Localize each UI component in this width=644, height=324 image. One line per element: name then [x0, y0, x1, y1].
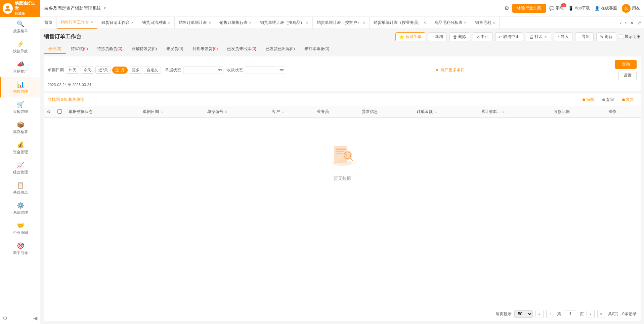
settings-icon[interactable]: ⚙ — [3, 315, 7, 321]
query-btn[interactable]: 查询 — [615, 60, 637, 69]
tab-close-sales-profit[interactable]: ✕ — [492, 21, 495, 25]
page-input[interactable] — [564, 311, 577, 317]
refresh-btn[interactable]: ↻ 刷新 — [596, 32, 616, 41]
stop-btn[interactable]: ⊘ 中止 — [473, 32, 492, 41]
import-btn[interactable]: ↑ 导入 — [554, 32, 572, 41]
tab-close-product-margin-stats[interactable]: ✕ — [464, 21, 467, 25]
show-detail-checkbox[interactable] — [619, 35, 623, 39]
next-page-btn[interactable]: › — [587, 310, 595, 318]
tab-close-sales-order-exec[interactable]: ✕ — [249, 21, 252, 25]
tab-close-sales-order-workbench[interactable]: ✕ — [90, 21, 93, 24]
prev-page-btn[interactable]: ‹ — [546, 310, 554, 318]
filter-payment-select[interactable] — [245, 67, 285, 74]
sidebar-item-basic-info[interactable]: 📋 基础信息 — [0, 178, 40, 198]
tabs-prev-btn[interactable]: ‹ — [619, 19, 623, 26]
tab-cash-daily-workbench[interactable]: 钱货日清工作台✕ — [97, 17, 138, 29]
sub-tab-all[interactable]: 全部(0) — [44, 45, 66, 54]
tab-close-cash-goods-reconcile[interactable]: ✕ — [168, 21, 170, 25]
tab-sales-profit[interactable]: 销售毛利✕ — [471, 17, 500, 29]
tab-close-sales-stats-product[interactable]: ✕ — [306, 21, 308, 25]
sub-tab-overdue-not-shipped[interactable]: 到期未发货(0) — [188, 45, 222, 54]
export-btn[interactable]: ↓ 导出 — [575, 32, 594, 41]
sub-tab-not-printed[interactable]: 未打印单据(0) — [300, 45, 334, 54]
collapse-icon[interactable]: ◀ — [33, 315, 37, 321]
cancel-stop-btn[interactable]: ↩ 取消中止 — [495, 32, 523, 41]
th-amount[interactable]: 订单金额 — [413, 106, 478, 118]
filter-status-select[interactable] — [183, 67, 223, 74]
sub-tab-shipped-out[interactable]: 已发货已出库(0) — [261, 45, 300, 54]
tab-product-margin-stats[interactable]: 商品毛利分析表✕ — [430, 17, 471, 29]
tab-close-sales-order-stats[interactable]: ✕ — [208, 21, 211, 25]
select-all-checkbox[interactable] — [57, 109, 62, 114]
review-btn[interactable]: 审核 — [580, 96, 597, 103]
sidebar-item-guide[interactable]: 🎯 新手引导 — [0, 239, 40, 259]
sidebar-item-inventory[interactable]: 📦 库存核算 — [0, 118, 40, 138]
tab-close-all-btn[interactable]: ✕ — [629, 19, 635, 26]
date-btn-今天[interactable]: 今天 — [81, 67, 94, 74]
th-customer[interactable]: 客户 — [268, 106, 313, 118]
th-date[interactable]: 单据日期 — [139, 106, 204, 118]
sidebar-item-marketing[interactable]: 📣 营销推广 — [0, 57, 40, 77]
sub-tab-wangpu-pending-ship[interactable]: 旺铺待发货(0) — [127, 45, 162, 54]
first-page-btn[interactable]: « — [535, 310, 544, 318]
th-collected[interactable]: 累计收款... — [478, 106, 550, 118]
add-btn[interactable]: + 新增 — [428, 32, 447, 41]
date-btn-自定义[interactable]: 自定义 — [144, 67, 161, 74]
sub-tab-not-shipped[interactable]: 未发货(0) — [162, 45, 188, 54]
sidebar-item-finance[interactable]: 💰 资金管理 — [0, 138, 40, 158]
sidebar-item-search[interactable]: 🔍 搜索菜单 — [0, 17, 40, 37]
sidebar-item-operations[interactable]: 📈 经营管理 — [0, 158, 40, 178]
smart-btn[interactable]: ⭐ 智能生单 — [395, 32, 425, 41]
sub-tab-pending-review[interactable]: 待审核(0) — [66, 45, 93, 54]
quick-nav-icon: ⚡ — [17, 40, 24, 48]
sub-tab-shipped-not-out[interactable]: 已发货未出库(0) — [222, 45, 261, 54]
tab-close-sales-stats-staff[interactable]: ✕ — [423, 21, 426, 25]
sub-tab-label-not-printed: 未打印单据(0) — [304, 46, 330, 51]
user-item[interactable]: 友 用友 — [622, 4, 640, 13]
sidebar-item-quick-nav[interactable]: ⚡ 快捷导航 — [0, 37, 40, 57]
message-icon: 💬 — [549, 6, 554, 11]
refresh-icon: ↻ — [600, 35, 603, 39]
unreview-btn[interactable]: 弃审 — [600, 96, 617, 103]
tab-sales-order-workbench[interactable]: 销售订单工作台✕ — [57, 17, 97, 29]
date-btn-更多[interactable]: 更多 — [129, 67, 142, 74]
ship-btn[interactable]: 发货 — [619, 96, 637, 103]
system-dropdown-icon[interactable]: ▼ — [103, 6, 106, 10]
sub-tab-pending-inspect[interactable]: 待拣货验货(0) — [92, 45, 127, 54]
tabs-next-btn[interactable]: › — [624, 19, 628, 26]
topbar-settings-icon[interactable]: ⚙ — [504, 5, 509, 11]
app-download-item[interactable]: 📱 App下载 — [568, 5, 590, 11]
sidebar-item-purchase[interactable]: 🛒 采购管理 — [0, 97, 40, 118]
date-btn-近7天[interactable]: 近7天 — [95, 67, 111, 74]
per-page-select[interactable]: 50 20 100 — [514, 310, 533, 318]
industry-btn[interactable]: 体验行业方案 — [512, 4, 546, 13]
tab-sales-stats-staff[interactable]: 销货单统计表（按业务员）✕ — [370, 17, 430, 29]
tab-sales-order-exec[interactable]: 销售订单执行表✕ — [215, 17, 256, 29]
sidebar-item-enterprise[interactable]: 🤝 企业协同 — [0, 218, 40, 239]
delete-btn[interactable]: 🗑 删除 — [449, 32, 470, 41]
tab-close-cash-daily-workbench[interactable]: ✕ — [131, 21, 134, 25]
svg-rect-3 — [336, 149, 346, 150]
tab-cash-goods-reconcile[interactable]: 钱货日清对账✕ — [138, 17, 175, 29]
tab-home[interactable]: 首页 — [40, 17, 57, 29]
th-check[interactable] — [54, 106, 65, 118]
date-btn-近1月[interactable]: 近1月 — [112, 67, 128, 74]
last-page-btn[interactable]: » — [597, 310, 605, 318]
online-service-item[interactable]: 👤 在线客服 — [595, 5, 617, 11]
filter-card: 单据日期 昨天今天近7天近1月更多自定义 单据状态 ▼ 收款状态 — [44, 56, 641, 91]
th-settings[interactable]: ⚙ — [44, 106, 54, 118]
sidebar-item-sales[interactable]: 📊 销售管理 — [0, 77, 40, 97]
th-number[interactable]: 单据编号 — [204, 106, 268, 118]
tab-sales-stats-customer[interactable]: 销货单统计表（按客户）✕ — [313, 17, 370, 29]
tab-maximize-btn[interactable]: ⤢ — [636, 19, 643, 26]
sidebar-item-system[interactable]: ⚙️ 系统管理 — [0, 198, 40, 218]
tab-sales-order-stats[interactable]: 销售订单统计表✕ — [175, 17, 215, 29]
date-btn-昨天[interactable]: 昨天 — [66, 67, 79, 74]
print-btn[interactable]: 🖨 打印 ▼ — [526, 32, 551, 41]
message-item[interactable]: 💬 消息 6 — [549, 5, 564, 11]
settings-btn[interactable]: 设置 — [618, 71, 637, 80]
tab-sales-stats-product[interactable]: 销货单统计表（按商品）✕ — [256, 17, 313, 29]
expand-more[interactable]: ▼ 展开更多条件 — [435, 67, 465, 73]
tab-close-sales-stats-customer[interactable]: ✕ — [362, 21, 365, 25]
show-detail-label[interactable]: 显示明细 — [619, 34, 641, 40]
